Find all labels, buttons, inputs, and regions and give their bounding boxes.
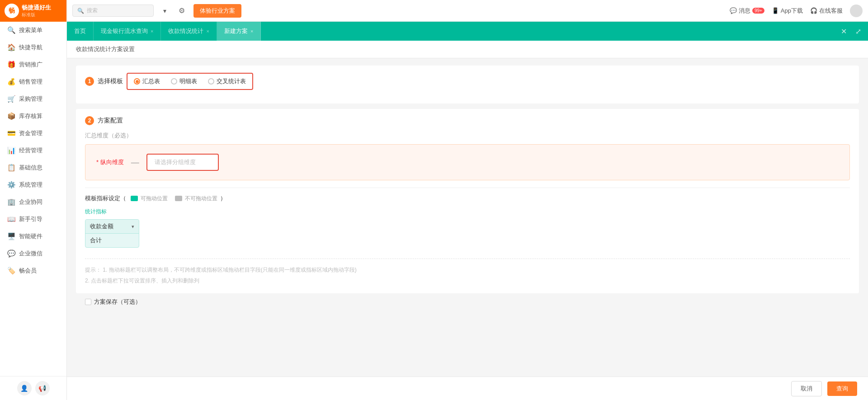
message-label: 消息 xyxy=(739,7,750,15)
save-option-checkbox[interactable]: 方案保存（可选） xyxy=(85,298,141,306)
topbar: 🔍 搜索 ▾ ⚙ 体验行业方案 💬 消息 99+ 📱 App下载 🎧 在线客服 xyxy=(67,0,868,22)
stat-area-title: 统计指标 xyxy=(85,208,850,216)
tab-close-cashflow[interactable]: × xyxy=(151,28,153,34)
tab-close-new-plan[interactable]: × xyxy=(250,28,253,34)
download-icon: 📱 xyxy=(772,7,779,14)
sidebar-item-inventory[interactable]: 📦库存核算 xyxy=(0,108,66,125)
tip-1: 提示： 1. 拖动标题栏可以调整布局，不可跨维度或指标区域拖动栏目字段(只能在同… xyxy=(85,264,850,275)
hint-nodrag-label: 不可拖动位置 xyxy=(185,195,217,202)
sidebar-icon-wechat: 💬 xyxy=(7,249,15,258)
message-btn[interactable]: 💬 消息 99+ xyxy=(730,7,764,15)
sidebar-bottom: 👤 📢 xyxy=(0,376,66,400)
industry-btn[interactable]: 体验行业方案 xyxy=(193,4,241,18)
sidebar-item-smart[interactable]: 🖥️智能硬件 xyxy=(0,228,66,245)
sidebar-icon-finance: 💳 xyxy=(7,129,15,137)
tab-new-plan[interactable]: 新建方案 × xyxy=(217,22,261,41)
sidebar-icon-basic: 📋 xyxy=(7,164,15,172)
hint-draggable-label: 可拖动位置 xyxy=(141,195,168,202)
sidebar-item-operation[interactable]: 📊经营管理 xyxy=(0,142,66,159)
sidebar-item-finance[interactable]: 💳资金管理 xyxy=(0,125,66,142)
radio-cross-circle xyxy=(208,78,214,85)
sidebar-label-marketing: 营销推广 xyxy=(19,61,42,69)
sidebar-item-member[interactable]: 🏷️畅会员 xyxy=(0,262,66,279)
service-label: 在线客服 xyxy=(819,7,843,15)
dropdown-icon[interactable]: ▾ xyxy=(159,5,170,16)
app-download-btn[interactable]: 📱 App下载 xyxy=(772,7,803,15)
sidebar-item-purchase[interactable]: 🛒采购管理 xyxy=(0,90,66,108)
step1-text: 选择模板 xyxy=(98,77,123,85)
sidebar-icon-system: ⚙️ xyxy=(7,181,15,189)
tab-label-home: 首页 xyxy=(74,27,86,35)
sidebar-item-wechat[interactable]: 💬企业微信 xyxy=(0,245,66,262)
logo-main-text: 畅捷通好生 xyxy=(22,4,51,12)
sidebar-label-enterprise: 企业协同 xyxy=(19,198,42,206)
sidebar-item-newbie[interactable]: 📖新手引导 xyxy=(0,211,66,228)
stat-chevron-icon: ▾ xyxy=(132,224,134,230)
sidebar-icon-marketing: 🎁 xyxy=(7,61,15,69)
sidebar-label-basic: 基础信息 xyxy=(19,164,42,172)
dimension-arrow-icon: — xyxy=(131,158,139,167)
sidebar-label-wechat: 企业微信 xyxy=(19,249,42,258)
page-header: 收款情况统计方案设置 xyxy=(67,41,868,58)
download-label: App下载 xyxy=(781,7,803,15)
sidebar-item-system[interactable]: ⚙️系统管理 xyxy=(0,176,66,193)
sidebar-label-search-menu: 搜索菜单 xyxy=(19,26,42,34)
logo-sub-text: 标准版 xyxy=(22,12,51,18)
radio-detail[interactable]: 明细表 xyxy=(171,77,197,85)
sidebar-item-marketing[interactable]: 🎁营销推广 xyxy=(0,56,66,73)
save-option-label: 方案保存（可选） xyxy=(94,298,141,306)
sidebar-bottom-icon-2[interactable]: 📢 xyxy=(35,381,50,395)
step2-label: 2 方案配置 xyxy=(85,116,123,125)
tab-close-receipt-stat[interactable]: × xyxy=(206,28,209,34)
tabbar-actions: ✕ ⤢ xyxy=(834,22,868,41)
indicator-title-text: 模板指标设定（ xyxy=(85,194,126,202)
sidebar-icon-enterprise: 🏢 xyxy=(7,198,15,206)
tab-label-new-plan: 新建方案 xyxy=(224,27,248,35)
online-service-btn[interactable]: 🎧 在线客服 xyxy=(810,7,843,15)
sidebar-item-enterprise[interactable]: 🏢企业协同 xyxy=(0,193,66,211)
radio-cross[interactable]: 交叉统计表 xyxy=(208,77,246,85)
bottom-bar: 取消 查询 xyxy=(67,376,868,400)
sidebar-icon-sales: 💰 xyxy=(7,78,15,86)
sidebar-item-basic[interactable]: 📋基础信息 xyxy=(0,159,66,176)
tab-receipt-stat[interactable]: 收款情况统计 × xyxy=(161,22,217,41)
sidebar-item-quick-nav[interactable]: 🏠快捷导航 xyxy=(0,39,66,56)
tab-label-receipt-stat: 收款情况统计 xyxy=(168,27,203,35)
topbar-right: 💬 消息 99+ 📱 App下载 🎧 在线客服 xyxy=(730,5,863,17)
logo-text-block: 畅捷通好生 标准版 xyxy=(22,4,51,18)
tab-cashflow[interactable]: 现金银行流水查询 × xyxy=(94,22,161,41)
stat-card-header[interactable]: 收款金额 ▾ xyxy=(85,220,139,234)
sidebar-items-container: 🔍搜索菜单🏠快捷导航🎁营销推广💰销售管理🛒采购管理📦库存核算💳资金管理📊经营管理… xyxy=(0,22,66,279)
settings-icon[interactable]: ⚙ xyxy=(175,5,188,17)
footer-save-area: 方案保存（可选） xyxy=(76,293,859,311)
sidebar-label-system: 系统管理 xyxy=(19,181,42,189)
radio-detail-circle xyxy=(171,78,177,85)
tab-home[interactable]: 首页 xyxy=(67,22,94,41)
close-window-icon[interactable]: ✕ xyxy=(838,26,849,37)
dimension-row-label: * 纵向维度 xyxy=(96,158,124,166)
sidebar-label-member: 畅会员 xyxy=(19,267,37,275)
stat-card-body: 合计 xyxy=(85,234,139,247)
tip-2: 2. 点击标题栏下拉可设置排序、插入列和删除列 xyxy=(85,275,850,286)
sidebar-logo: 畅 畅捷通好生 标准版 xyxy=(0,0,66,22)
sidebar-label-purchase: 采购管理 xyxy=(19,95,42,103)
sidebar-icon-smart: 🖥️ xyxy=(7,232,15,240)
sidebar-label-smart: 智能硬件 xyxy=(19,232,42,240)
message-icon: 💬 xyxy=(730,7,737,14)
dimension-placeholder: 请选择分组维度 xyxy=(155,159,196,165)
user-avatar[interactable] xyxy=(850,5,863,17)
maximize-icon[interactable]: ⤢ xyxy=(853,26,863,37)
sidebar-bottom-icon-1[interactable]: 👤 xyxy=(17,381,32,395)
dimension-select[interactable]: 请选择分组维度 xyxy=(146,154,219,171)
sidebar-item-sales[interactable]: 💰销售管理 xyxy=(0,73,66,90)
sidebar-icon-search-menu: 🔍 xyxy=(7,26,15,34)
sidebar-item-search-menu[interactable]: 🔍搜索菜单 xyxy=(0,22,66,39)
query-button[interactable]: 查询 xyxy=(827,381,857,396)
search-icon: 🔍 xyxy=(77,8,84,14)
stat-card-header-text: 收款金额 xyxy=(90,222,113,231)
topbar-search[interactable]: 🔍 搜索 xyxy=(72,5,154,17)
tabbar: 首页现金银行流水查询 ×收款情况统计 ×新建方案 × ✕ ⤢ xyxy=(67,22,868,41)
dimension-area: * 纵向维度 — 请选择分组维度 xyxy=(85,144,850,180)
cancel-button[interactable]: 取消 xyxy=(791,381,822,396)
radio-summary[interactable]: 汇总表 xyxy=(134,77,160,85)
